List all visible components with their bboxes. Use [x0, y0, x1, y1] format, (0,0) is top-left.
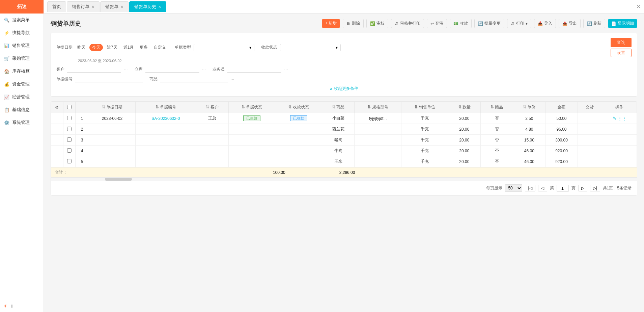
audit-button[interactable]: ✅ 审核 — [366, 19, 388, 28]
row-checkbox[interactable] — [63, 113, 75, 124]
sidebar-item-inventory[interactable]: 🏠 库存核算 — [0, 65, 44, 78]
row-customer — [196, 156, 228, 167]
sidebar-item-purchase[interactable]: 🛒 采购管理 — [0, 52, 44, 65]
unit-col-header[interactable]: ⇅ 销售单位 — [401, 102, 448, 113]
tab-close-icon[interactable]: ✕ — [158, 5, 161, 9]
trash-icon: 🗑 — [346, 21, 351, 26]
table-row: 3 猪肉 千克 20.00 否 15.00 300.00 — [51, 135, 637, 146]
set-button[interactable]: 设置 — [611, 49, 632, 57]
sidebar-bottom: ☀ ⏸ — [0, 300, 44, 312]
row-doc-no[interactable] — [136, 146, 196, 156]
more-icon[interactable]: ⋮⋮ — [618, 116, 626, 121]
date-btn-7days[interactable]: 近7天 — [105, 44, 119, 51]
row-checkbox[interactable] — [63, 124, 75, 135]
settings-col-header[interactable]: ⚙ — [51, 102, 63, 113]
warehouse-ellipsis[interactable]: ··· — [202, 67, 206, 72]
discard-button[interactable]: ↩ 弃审 — [427, 19, 447, 28]
date-btn-today[interactable]: 今天 — [89, 44, 103, 51]
sidebar-item-system[interactable]: ⚙️ 系统管理 — [0, 116, 44, 129]
sort-icon: ⇅ — [288, 105, 291, 109]
audit-print-icon: 🖨 — [395, 21, 399, 26]
row-doc-no[interactable] — [136, 135, 196, 146]
doc-date-col-header[interactable]: ⇅ 单据日期 — [89, 102, 136, 113]
search-icon: 🔍 — [4, 18, 9, 23]
amount-col-header: 金额 — [545, 102, 578, 113]
collect-status-select[interactable]: ▾ — [280, 44, 341, 51]
warehouse-input[interactable] — [145, 66, 199, 73]
doc-type-select[interactable]: ▾ — [194, 44, 254, 51]
gift-col-header[interactable]: ⇅ 赠品 — [480, 102, 513, 113]
edit-icon[interactable]: ✎ — [613, 116, 616, 121]
collapse-button[interactable]: ∧ 收起更多条件 — [56, 86, 632, 92]
row-checkbox[interactable] — [63, 146, 75, 156]
tab-sales-delivery[interactable]: 销货单 ✕ — [100, 1, 129, 12]
product-col-header[interactable]: ⇅ 商品 — [322, 102, 355, 113]
row-doc-no[interactable] — [136, 156, 196, 167]
tab-home[interactable]: 首页 — [47, 1, 66, 12]
show-detail-button[interactable]: 📄 显示明细 — [608, 19, 637, 28]
customer-input[interactable] — [67, 66, 121, 73]
scrollbar-thumb[interactable] — [105, 178, 132, 181]
audit-print-button[interactable]: 🖨 审核并打印 — [391, 19, 424, 28]
first-page-button[interactable]: |◁ — [525, 185, 535, 191]
price-col-header[interactable]: ⇅ 单价 — [513, 102, 545, 113]
pause-icon[interactable]: ⏸ — [10, 304, 15, 309]
sidebar-item-basic-info[interactable]: 📋 基础信息 — [0, 103, 44, 116]
sidebar-item-search-menu[interactable]: 🔍 搜索菜单 — [0, 14, 44, 26]
row-qty: 20.00 — [448, 156, 480, 167]
customer-col-header[interactable]: ⇅ 客户 — [196, 102, 228, 113]
per-page-select[interactable]: 50 20 100 — [505, 184, 522, 192]
tab-close-icon[interactable]: ✕ — [120, 5, 123, 9]
row-checkbox[interactable] — [63, 135, 75, 146]
row-checkbox[interactable] — [63, 156, 75, 167]
audit-icon: ✅ — [370, 21, 375, 26]
qty-col-header[interactable]: ⇅ 数量 — [448, 102, 480, 113]
customer-ellipsis[interactable]: ··· — [124, 67, 128, 72]
tab-sales-order[interactable]: 销售订单 ✕ — [67, 1, 100, 12]
sidebar-item-operations[interactable]: 📈 经营管理 — [0, 90, 44, 103]
prev-page-button[interactable]: ◁ — [538, 185, 547, 191]
tab-sales-history[interactable]: 销货单历史 ✕ — [129, 1, 166, 12]
next-page-button[interactable]: ▷ — [578, 185, 587, 191]
delete-button[interactable]: 🗑 删除 — [343, 19, 364, 28]
salesperson-input[interactable] — [227, 66, 281, 73]
product-ellipsis[interactable]: ··· — [230, 77, 234, 82]
page-number-input[interactable] — [557, 185, 569, 192]
sun-icon[interactable]: ☀ — [3, 304, 7, 309]
checkbox-col-header[interactable] — [63, 102, 75, 113]
refresh-button[interactable]: 🔃 刷新 — [583, 19, 605, 28]
row-transaction — [578, 146, 602, 156]
query-button[interactable]: 查询 — [611, 38, 632, 47]
doc-no-col-header[interactable]: ⇅ 单据编号 — [136, 102, 196, 113]
tab-close-icon[interactable]: ✕ — [91, 5, 94, 9]
batch-change-button[interactable]: 🔄 批量变更 — [474, 19, 504, 28]
select-all-checkbox[interactable] — [67, 105, 72, 109]
collect-status-col-header[interactable]: ⇅ 收款状态 — [275, 102, 322, 113]
collect-button[interactable]: 💵 收款 — [450, 19, 472, 28]
last-page-button[interactable]: ▷| — [590, 185, 600, 191]
horizontal-scrollbar[interactable] — [51, 177, 637, 181]
sidebar-item-finance[interactable]: 💰 资金管理 — [0, 78, 44, 90]
doc-status-col-header[interactable]: ⇅ 单据状态 — [228, 102, 275, 113]
date-btn-more[interactable]: 更多 — [138, 44, 150, 51]
new-button[interactable]: + 新增 — [322, 19, 340, 28]
sidebar-item-quick-nav[interactable]: ⚡ 快捷导航 — [0, 26, 44, 39]
spec-col-header[interactable]: ⇅ 规格型号 — [355, 102, 401, 113]
row-doc-no[interactable] — [136, 124, 196, 135]
total-quantity: 100.00 — [273, 170, 285, 175]
product-input[interactable] — [160, 76, 228, 82]
print-button[interactable]: 🖨 打印 ▾ — [507, 19, 531, 28]
sidebar-item-sales[interactable]: 📊 销售管理 — [0, 39, 44, 52]
date-btn-yesterday[interactable]: 昨天 — [75, 44, 87, 51]
doc-type-filter: 单据类型 ▾ — [175, 44, 254, 51]
row-doc-date — [89, 156, 136, 167]
sort-icon: ⇅ — [523, 105, 526, 109]
salesperson-ellipsis[interactable]: ··· — [284, 67, 288, 72]
row-doc-no[interactable]: SA-20230602-0 — [136, 113, 196, 124]
date-btn-custom[interactable]: 自定义 — [152, 44, 168, 51]
doc-no-input[interactable] — [75, 76, 143, 82]
close-all-tabs-button[interactable]: ✕ — [636, 3, 641, 10]
import-button[interactable]: 📥 导入 — [534, 19, 556, 28]
date-btn-1month[interactable]: 近1月 — [121, 44, 136, 51]
export-button[interactable]: 📤 导出 — [559, 19, 581, 28]
